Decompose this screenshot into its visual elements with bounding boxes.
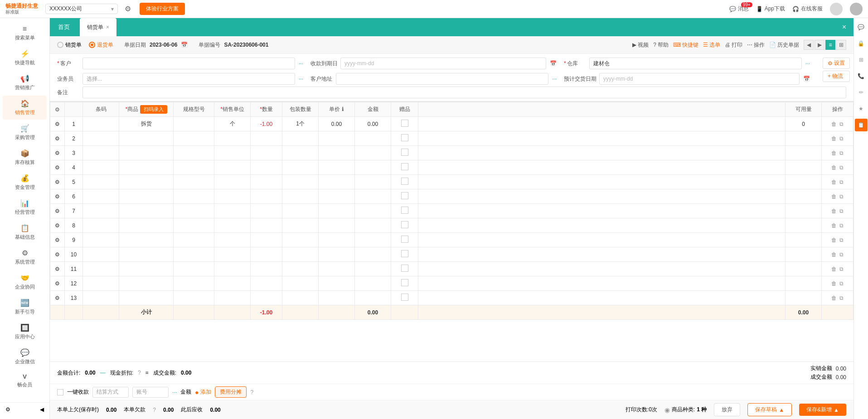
sidebar-item-quicknav[interactable]: ⚡ 快捷导航 <box>3 46 47 70</box>
copy-icon[interactable]: ⧉ <box>839 222 844 229</box>
copy-icon[interactable]: ⧉ <box>839 237 844 243</box>
salesperson-more-icon[interactable]: ··· <box>299 76 303 82</box>
delete-row-icon-1[interactable]: 🗑 <box>831 121 837 127</box>
toolbar-select[interactable]: ☰ 选单 <box>703 41 720 49</box>
tab-home[interactable]: 首页 <box>50 18 78 36</box>
discard-btn[interactable]: 放弃 <box>714 403 740 416</box>
sidebar-item-guide[interactable]: 🆕 新手引导 <box>3 295 47 319</box>
delete-icon[interactable]: 🗑 <box>831 164 837 171</box>
row-qty-1[interactable]: -1.00 <box>251 117 282 131</box>
right-panel-phone[interactable]: 📞 <box>855 70 868 82</box>
grid-view-btn[interactable]: ⊞ <box>836 40 846 50</box>
warehouse-input[interactable]: 建材仓 <box>589 58 802 69</box>
payment-more-icon[interactable]: ··· <box>172 389 177 395</box>
delete-icon[interactable]: 🗑 <box>831 295 837 301</box>
settings-form-btn[interactable]: ⚙ 设置 <box>823 58 850 69</box>
delete-icon[interactable]: 🗑 <box>831 135 837 142</box>
toolbar-print[interactable]: 🖨 打印 <box>725 41 742 49</box>
logistics-btn[interactable]: + 物流 <box>823 71 850 82</box>
row-pack-1[interactable]: 1个 <box>282 117 319 131</box>
sidebar-item-sales[interactable]: 🏠 销售管理 <box>3 96 47 120</box>
app-download-link[interactable]: 📱 App下载 <box>756 5 785 13</box>
copy-icon[interactable]: ⧉ <box>839 266 844 272</box>
trial-button[interactable]: 体验行业方案 <box>140 3 185 15</box>
fee-help-icon[interactable]: ? <box>250 389 253 395</box>
delete-icon[interactable]: 🗑 <box>831 193 837 200</box>
settings-bottom-icon[interactable]: ⚙ <box>5 406 10 413</box>
tab-close-icon[interactable]: × <box>106 24 109 30</box>
calendar-due-icon[interactable]: 📅 <box>550 60 557 67</box>
right-panel-chat[interactable]: 💬 <box>855 21 868 34</box>
toolbar-help[interactable]: ? 帮助 <box>653 41 669 49</box>
message-badge[interactable]: 💬 消息 99+ <box>729 5 749 13</box>
copy-icon[interactable]: ⧉ <box>839 179 844 185</box>
sidebar-item-system[interactable]: ⚙ 系统管理 <box>3 245 47 269</box>
list-view-btn[interactable]: ≡ <box>825 40 835 50</box>
question-2-icon[interactable]: ? <box>153 407 156 413</box>
copy-row-icon-1[interactable]: ⧉ <box>839 121 844 127</box>
toolbar-video[interactable]: ▶ 视频 <box>632 41 649 49</box>
sidebar-item-inventory[interactable]: 📦 库存核算 <box>3 145 47 169</box>
delete-icon[interactable]: 🗑 <box>831 237 837 243</box>
delete-icon[interactable]: 🗑 <box>831 208 837 214</box>
toolbar-history[interactable]: 📄 历史单据 <box>769 41 799 49</box>
company-selector[interactable]: XXXXXX公司 ▾ <box>45 4 118 14</box>
row-gift-1[interactable] <box>391 117 418 131</box>
salesperson-input[interactable]: 选择... <box>82 73 295 85</box>
toolbar-operate[interactable]: ⋯ 操作 <box>747 41 765 49</box>
scan-btn[interactable]: 扫码录入 <box>140 105 167 114</box>
row-settings-1[interactable]: ⚙ <box>50 117 65 131</box>
avatar[interactable] <box>830 3 843 15</box>
calc-method-input[interactable]: 结算方式 <box>92 387 129 398</box>
copy-icon[interactable]: ⧉ <box>839 150 844 156</box>
add-payment-btn[interactable]: 添加 <box>200 388 211 396</box>
warehouse-more-icon[interactable]: ··· <box>805 60 810 67</box>
sidebar-item-collab[interactable]: 🤝 企业协同 <box>3 270 47 294</box>
row-unit-1[interactable]: 个 <box>214 117 251 131</box>
copy-icon[interactable]: ⧉ <box>839 251 844 258</box>
customer-more-icon[interactable]: ··· <box>299 60 303 67</box>
next-record-btn[interactable]: ▶ <box>815 40 824 50</box>
sidebar-item-finance[interactable]: 💰 资金管理 <box>3 170 47 194</box>
sidebar-item-basic[interactable]: 📋 基础信息 <box>3 220 47 244</box>
calendar-icon[interactable]: 📅 <box>181 42 188 48</box>
fee-split-btn[interactable]: 费用分摊 <box>215 386 247 398</box>
sidebar-item-marketing[interactable]: 📢 营销推广 <box>3 71 47 95</box>
toolbar-shortcut[interactable]: ⌨ 快捷键 <box>673 41 698 49</box>
right-panel-star[interactable]: ★ <box>855 102 868 115</box>
customer-addr-input[interactable] <box>336 73 548 85</box>
row-spec-1[interactable] <box>174 117 214 131</box>
delete-icon[interactable]: 🗑 <box>831 179 837 185</box>
copy-icon[interactable]: ⧉ <box>839 295 844 301</box>
copy-icon[interactable]: ⧉ <box>839 193 844 200</box>
sidebar-item-member[interactable]: V 畅会员 <box>3 370 47 392</box>
row-barcode-1[interactable] <box>83 117 119 131</box>
copy-icon[interactable]: ⧉ <box>839 280 844 287</box>
customer-input[interactable] <box>82 58 295 69</box>
collapse-icon[interactable]: ◀ <box>40 406 44 413</box>
row-amount-1[interactable]: 0.00 <box>355 117 391 131</box>
right-panel-lock[interactable]: 🔒 <box>855 37 868 50</box>
close-all-icon[interactable]: × <box>842 23 846 31</box>
delete-icon[interactable]: 🗑 <box>831 280 837 287</box>
copy-icon[interactable]: ⧉ <box>839 135 844 142</box>
calendar-expected-icon[interactable]: 📅 <box>803 76 810 82</box>
radio-return-order[interactable]: 退货单 <box>89 41 113 49</box>
remarks-input[interactable] <box>82 87 846 98</box>
sidebar-item-wechat[interactable]: 💬 企业微信 <box>3 345 47 369</box>
expected-date-input[interactable]: yyyy-mm-dd <box>599 73 800 85</box>
one-click-pay-checkbox[interactable] <box>57 389 63 395</box>
save-new-btn[interactable]: 保存&新增 ▲ <box>799 404 846 416</box>
sidebar-item-purchase[interactable]: 🛒 采购管理 <box>3 120 47 144</box>
question-icon[interactable]: ? <box>138 370 141 376</box>
copy-icon[interactable]: ⧉ <box>839 164 844 171</box>
right-panel-grid[interactable]: ⊞ <box>855 53 868 66</box>
settings-icon[interactable]: ⚙ <box>121 3 134 15</box>
avatar-extra[interactable] <box>850 3 863 15</box>
th-settings[interactable]: ⚙ <box>50 102 65 117</box>
account-input[interactable]: 账号 <box>132 387 169 398</box>
row-price-1[interactable]: 0.00 <box>319 117 355 131</box>
radio-sales-order[interactable]: 销货单 <box>57 41 82 49</box>
payment-due-input[interactable]: yyyy-mm-dd <box>340 58 546 69</box>
prev-record-btn[interactable]: ◀ <box>804 40 814 50</box>
